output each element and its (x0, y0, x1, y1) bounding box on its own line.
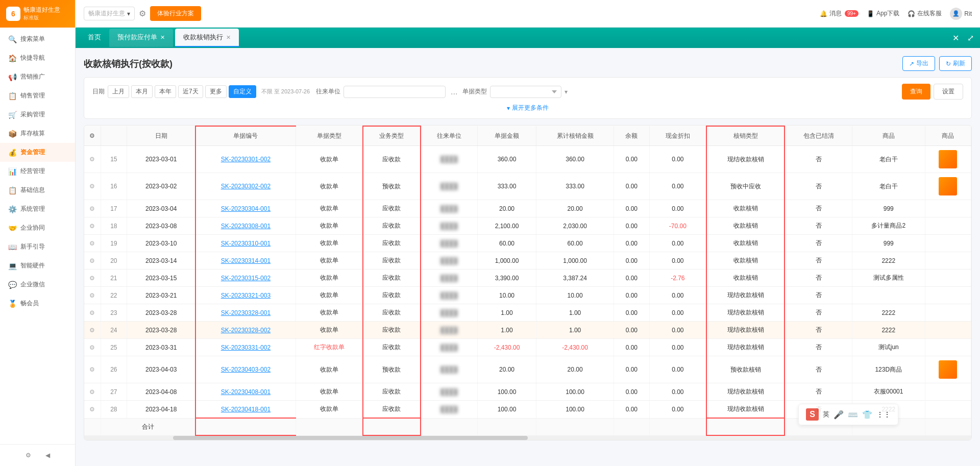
export-button[interactable]: ↗ 导出 (902, 56, 935, 71)
date-this-year-btn[interactable]: 本年 (155, 85, 176, 98)
sno-link[interactable]: SK-20230328-002 (221, 327, 271, 334)
date-more-btn[interactable]: 更多 (205, 85, 227, 98)
sidebar-label-member: 畅会员 (20, 299, 39, 308)
sidebar-collapse-btn[interactable]: ◀ (39, 449, 56, 462)
sno-link[interactable]: SK-20230331-002 (221, 344, 271, 351)
sno-link[interactable]: SK-20230314-001 (221, 257, 271, 264)
cell-gear[interactable]: ⚙ (84, 401, 101, 419)
cell-date: 2023-03-15 (127, 269, 195, 287)
sidebar-item-hardware[interactable]: 💻 智能硬件 (0, 256, 75, 275)
sidebar-item-basic[interactable]: 📋 基础信息 (0, 181, 75, 200)
sno-link[interactable]: SK-20230321-003 (221, 292, 271, 299)
cell-cancel-type: 预收中应收 (706, 173, 785, 200)
cell-amount: -2,430.00 (477, 339, 536, 356)
cell-gear[interactable]: ⚙ (84, 322, 101, 339)
date-this-month-btn[interactable]: 本月 (131, 85, 153, 98)
sidebar-item-purchase[interactable]: 🛒 采购管理 (0, 105, 75, 124)
sidebar-item-sales[interactable]: 📋 销售管理 (0, 86, 75, 105)
sidebar-settings-btn[interactable]: ⚙ (19, 449, 37, 462)
cell-gear[interactable]: ⚙ (84, 287, 101, 304)
sno-link[interactable]: SK-20230304-001 (221, 205, 271, 212)
cell-date: 2023-03-10 (127, 235, 195, 252)
sno-link[interactable]: SK-20230328-001 (221, 309, 271, 316)
tab-prepay-close-icon[interactable]: ✕ (160, 34, 165, 41)
tab-close-all-icon[interactable]: ✕ (950, 31, 961, 45)
partner-filter-input[interactable] (344, 86, 446, 98)
query-button[interactable]: 查询 (902, 84, 930, 100)
cell-verified: 333.00 (536, 173, 614, 200)
date-7days-btn[interactable]: 近7天 (178, 85, 203, 98)
horizontal-scrollbar[interactable] (84, 436, 971, 440)
receipt-type-select[interactable] (490, 86, 561, 98)
industry-solution-button[interactable]: 体验行业方案 (150, 6, 201, 21)
sidebar-logo: 6 畅康道好生意 标准版 (0, 0, 75, 28)
user-avatar[interactable]: 👤 Rit (950, 8, 972, 20)
cell-gear[interactable]: ⚙ (84, 173, 101, 200)
cell-gear[interactable]: ⚙ (84, 146, 101, 173)
cell-gear[interactable]: ⚙ (84, 235, 101, 252)
cell-balance: 0.00 (614, 339, 649, 356)
cell-gear[interactable]: ⚙ (84, 304, 101, 322)
sno-link[interactable]: SK-20230301-002 (221, 156, 271, 163)
table-row: ⚙ 23 2023-03-28 SK-20230328-001 收款单 应收款 … (84, 304, 971, 322)
date-custom-btn[interactable]: 自定义 (229, 85, 256, 98)
cell-discount: 0.00 (649, 146, 706, 173)
cell-gear[interactable]: ⚙ (84, 356, 101, 383)
nav-app-selector[interactable]: 畅康道好生意 ▾ (84, 7, 135, 20)
sidebar-item-operations[interactable]: 📊 经营管理 (0, 162, 75, 181)
cell-amount: 333.00 (477, 173, 536, 200)
cell-gear[interactable]: ⚙ (84, 383, 101, 401)
tab-collection-exec[interactable]: 收款核销执行 ✕ (175, 29, 239, 47)
sidebar-item-search-menu[interactable]: 🔍 搜索菜单 (0, 30, 75, 48)
cell-stype: 收款单 (296, 252, 363, 269)
cell-include-settled: 否 (785, 383, 852, 401)
sidebar-item-finance[interactable]: 💰 资金管理 (0, 143, 75, 162)
sno-link[interactable]: SK-20230418-001 (221, 406, 271, 413)
cell-gear[interactable]: ⚙ (84, 217, 101, 235)
messages-btn[interactable]: 🔔 消息 99+ (820, 9, 859, 18)
sno-link[interactable]: SK-20230308-001 (221, 223, 271, 230)
cell-balance: 0.00 (614, 356, 649, 383)
sidebar-item-guide[interactable]: 📖 新手引导 (0, 237, 75, 256)
cell-gear[interactable]: ⚙ (84, 339, 101, 356)
sno-link[interactable]: SK-20230315-002 (221, 275, 271, 282)
cell-amount: 100.00 (477, 383, 536, 401)
sidebar-item-inventory[interactable]: 📦 库存核算 (0, 124, 75, 143)
tab-home[interactable]: 首页 (80, 29, 109, 47)
footer-stype (296, 418, 363, 435)
page-content: 收款核销执行(按收款) ↗ 导出 ↻ 刷新 日期 上月 本月 (76, 48, 980, 466)
th-gear[interactable]: ⚙ (84, 126, 101, 146)
sno-link[interactable]: SK-20230403-002 (221, 366, 271, 373)
sno-link[interactable]: SK-20230408-001 (221, 388, 271, 396)
cell-sno: SK-20230408-001 (195, 383, 296, 401)
cell-goods: 999 (852, 200, 925, 217)
sidebar-item-quick-nav[interactable]: 🏠 快捷导航 (0, 48, 75, 67)
cell-gear[interactable]: ⚙ (84, 200, 101, 217)
cell-gear[interactable]: ⚙ (84, 252, 101, 269)
tab-collection-close-icon[interactable]: ✕ (226, 34, 231, 41)
cell-gear[interactable]: ⚙ (84, 269, 101, 287)
sidebar-item-enterprise[interactable]: 🤝 企业协同 (0, 218, 75, 237)
online-service-btn[interactable]: 🎧 在线客服 (908, 9, 942, 18)
sidebar-item-system[interactable]: ⚙️ 系统管理 (0, 200, 75, 218)
topbar-gear-icon[interactable]: ⚙ (139, 9, 146, 18)
cell-include-settled: 否 (785, 217, 852, 235)
sidebar-item-marketing[interactable]: 📢 营销推广 (0, 67, 75, 86)
setting-button[interactable]: 设置 (934, 84, 963, 100)
sno-link[interactable]: SK-20230302-002 (221, 183, 271, 190)
sidebar-item-wechat[interactable]: 💬 企业微信 (0, 275, 75, 294)
app-download-btn[interactable]: 📱 App下载 (867, 9, 899, 18)
sno-link[interactable]: SK-20230310-001 (221, 240, 271, 247)
cell-sno: SK-20230314-001 (195, 252, 296, 269)
sidebar-label-search: 搜索菜单 (20, 35, 45, 43)
date-last-month-btn[interactable]: 上月 (108, 85, 129, 98)
tab-prepay-orders[interactable]: 预付款应付单 ✕ (109, 29, 173, 47)
table-row: ⚙ 22 2023-03-21 SK-20230321-003 收款单 应收款 … (84, 287, 971, 304)
tab-expand-icon[interactable]: ⤢ (965, 31, 976, 45)
expand-more-conditions-btn[interactable]: ▾ 展开更多条件 (507, 104, 549, 112)
sidebar-item-member[interactable]: 🏅 畅会员 (0, 294, 75, 313)
th-verified: 累计核销金额 (536, 126, 614, 146)
table-row: ⚙ 24 2023-03-28 SK-20230328-002 收款单 应收款 … (84, 322, 971, 339)
scrollbar-thumb[interactable] (173, 436, 528, 440)
refresh-button[interactable]: ↻ 刷新 (939, 56, 972, 71)
